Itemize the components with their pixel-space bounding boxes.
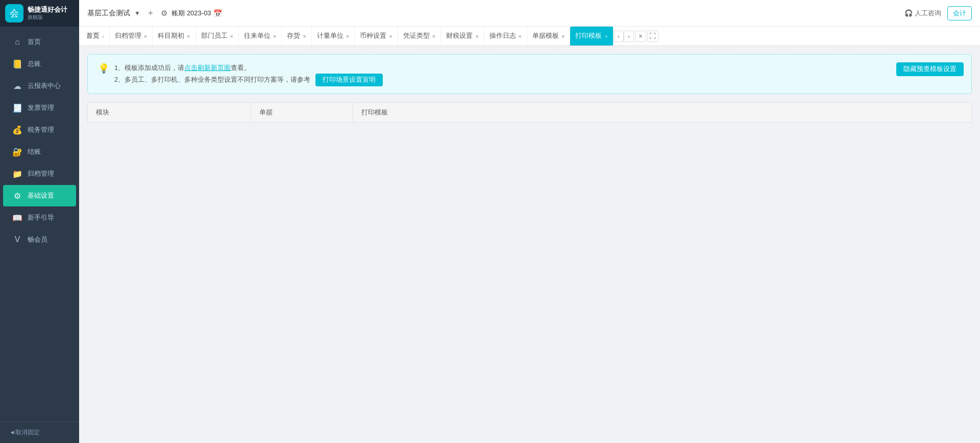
tab-danjutemplate[interactable]: 单据模板× — [527, 27, 570, 46]
tab-close-archive[interactable]: × — [144, 33, 147, 39]
nav-label-home: 首页 — [28, 37, 41, 46]
nav-icon-settings: ⚙ — [12, 191, 22, 201]
tab-label-unit: 计量单位 — [317, 32, 344, 40]
refresh-link[interactable]: 点击刷新新页面 — [184, 64, 231, 72]
tab-oplog[interactable]: 操作日志× — [484, 27, 527, 46]
logo-icon: 会 — [5, 4, 23, 22]
settings-icon[interactable]: ⚙ — [161, 9, 167, 18]
customer-service-button[interactable]: 🎧 人工咨询 — [904, 9, 941, 18]
nav-label-guide: 新手引导 — [28, 213, 54, 222]
tab-close-oplog[interactable]: × — [519, 33, 522, 39]
nav-label-reports: 云报表中心 — [28, 81, 61, 90]
tab-label-department: 部门员工 — [201, 32, 228, 40]
tab-home[interactable]: 首页‹ — [81, 27, 110, 46]
sidebar-item-invoice[interactable]: 🧾 发票管理 — [3, 97, 76, 119]
nav-label-tax: 税务管理 — [28, 125, 54, 134]
nav-label-ledger: 总账 — [28, 59, 41, 68]
header-left: 基层工会测试 ▼ ＋ ⚙ 账期 2023-03 📅 — [87, 7, 222, 19]
tab-close-inventory[interactable]: × — [303, 33, 306, 39]
content-area: 隐藏预查模板设置 💡 1、模板添加成功后，请点击刷新新页面查看。 2、多员工、多… — [79, 46, 980, 443]
tab-label-archive: 归档管理 — [115, 32, 141, 40]
nav-icon-tax: 💰 — [12, 125, 22, 135]
table-col-danju: 单据 — [251, 103, 353, 122]
sidebar: 会 畅捷通好会计 旗舰版 ⌂ 首页 📒 总账 ☁ 云报表中心 🧾 发票管理 💰 … — [0, 0, 79, 443]
add-tab-button[interactable]: ＋ — [144, 7, 157, 19]
tab-label-subject: 科目期初 — [158, 32, 184, 40]
sidebar-item-settings[interactable]: ⚙ 基础设置 — [3, 185, 76, 206]
tab-inventory[interactable]: 存货× — [282, 27, 311, 46]
main-area: 基层工会测试 ▼ ＋ ⚙ 账期 2023-03 📅 🎧 人工咨询 会计 首页‹归… — [79, 0, 980, 443]
nav-icon-invoice: 🧾 — [12, 103, 22, 113]
period-label: 账期 2023-03 📅 — [172, 9, 222, 18]
tab-close-currency[interactable]: × — [389, 33, 392, 39]
sidebar-item-closing[interactable]: 🔐 结账 — [3, 141, 76, 162]
tab-printtemplate[interactable]: 打印模板× — [570, 27, 613, 46]
tab-close-danjutemplate[interactable]: × — [561, 33, 565, 39]
table-col-template: 打印模板 — [353, 103, 971, 122]
nav-icon-reports: ☁ — [12, 81, 22, 91]
nav-icon-guide: 📖 — [12, 213, 22, 223]
nav-label-member: 畅会员 — [28, 235, 47, 244]
notice-line1: 1、模板添加成功后，请点击刷新新页面查看。 — [114, 62, 383, 74]
tab-label-danjutemplate: 单据模板 — [532, 32, 559, 40]
tab-next-button[interactable]: › — [624, 31, 634, 42]
tab-close-all-button[interactable]: × — [635, 31, 646, 42]
sidebar-item-archive[interactable]: 📁 归档管理 — [3, 163, 76, 184]
tab-archive[interactable]: 归档管理× — [110, 27, 153, 46]
company-name: 基层工会测试 — [87, 9, 130, 18]
nav-label-closing: 结账 — [28, 147, 41, 156]
tab-label-currency: 币种设置 — [360, 32, 386, 40]
sidebar-logo: 会 畅捷通好会计 旗舰版 — [0, 0, 79, 27]
table-col-module: 模块 — [88, 103, 251, 122]
tab-expand-button[interactable]: ⛶ — [647, 31, 658, 42]
nav-icon-ledger: 📒 — [12, 59, 22, 69]
nav-icon-closing: 🔐 — [12, 147, 22, 157]
sidebar-item-reports[interactable]: ☁ 云报表中心 — [3, 75, 76, 97]
sidebar-item-guide[interactable]: 📖 新手引导 — [3, 207, 76, 228]
notice-bulb-icon: 💡 — [98, 63, 109, 74]
sidebar-item-ledger[interactable]: 📒 总账 — [3, 53, 76, 75]
tab-close-department[interactable]: × — [230, 33, 233, 39]
notice-row: 💡 1、模板添加成功后，请点击刷新新页面查看。 2、多员工、多打印机、多种业务类… — [98, 62, 961, 86]
headset-icon: 🎧 — [904, 9, 913, 17]
sidebar-unpin[interactable]: ◄取消固定 — [0, 422, 79, 443]
tab-close-subject[interactable]: × — [187, 33, 190, 39]
tab-subject[interactable]: 科目期初× — [153, 27, 195, 46]
calendar-icon[interactable]: 📅 — [213, 9, 222, 17]
tab-supplier[interactable]: 往来单位× — [239, 27, 282, 46]
tab-voucher[interactable]: 凭证类型× — [398, 27, 441, 46]
table-header: 模块单据打印模板 — [87, 102, 972, 123]
header-right: 🎧 人工咨询 会计 — [904, 6, 972, 20]
tab-label-oplog: 操作日志 — [489, 32, 516, 40]
tab-label-inventory: 存货 — [287, 32, 300, 40]
hide-preview-button[interactable]: 隐藏预查模板设置 — [896, 62, 964, 76]
sidebar-nav: ⌂ 首页 📒 总账 ☁ 云报表中心 🧾 发票管理 💰 税务管理 🔐 结账 📁 归… — [0, 27, 79, 422]
company-dropdown-arrow[interactable]: ▼ — [134, 10, 140, 17]
sidebar-item-member[interactable]: V 畅会员 — [3, 229, 76, 250]
tab-bar: 首页‹归档管理×科目期初×部门员工×往来单位×存货×计量单位×币种设置×凭证类型… — [79, 27, 980, 46]
content-wrapper: 隐藏预查模板设置 💡 1、模板添加成功后，请点击刷新新页面查看。 2、多员工、多… — [87, 54, 972, 123]
tab-label-voucher: 凭证类型 — [403, 32, 430, 40]
tab-department[interactable]: 部门员工× — [196, 27, 239, 46]
tab-label-printtemplate: 打印模板 — [575, 32, 602, 40]
sidebar-item-tax[interactable]: 💰 税务管理 — [3, 119, 76, 141]
period-value: 2023-03 — [187, 9, 211, 17]
tab-close-supplier[interactable]: × — [273, 33, 276, 39]
tab-close-unit[interactable]: × — [346, 33, 349, 39]
tab-unit[interactable]: 计量单位× — [312, 27, 355, 46]
top-header: 基层工会测试 ▼ ＋ ⚙ 账期 2023-03 📅 🎧 人工咨询 会计 — [79, 0, 980, 27]
notice-text: 1、模板添加成功后，请点击刷新新页面查看。 2、多员工、多打印机、多种业务类型设… — [114, 62, 383, 86]
kuaiji-button[interactable]: 会计 — [947, 6, 972, 20]
tab-close-voucher[interactable]: × — [432, 33, 435, 39]
tab-currency[interactable]: 币种设置× — [355, 27, 398, 46]
tab-arrow-home: ‹ — [102, 33, 104, 39]
tab-prev-button[interactable]: ‹ — [614, 31, 624, 42]
tab-close-printtemplate[interactable]: × — [604, 33, 607, 39]
logo-title: 畅捷通好会计 — [28, 6, 67, 14]
logo-text: 畅捷通好会计 旗舰版 — [28, 6, 67, 21]
tab-taxsettings[interactable]: 财税设置× — [441, 27, 484, 46]
tab-close-taxsettings[interactable]: × — [475, 33, 478, 39]
sidebar-item-home[interactable]: ⌂ 首页 — [3, 31, 76, 53]
tab-label-home: 首页 — [86, 32, 100, 40]
print-scene-button[interactable]: 打印场景设置宣明 — [315, 74, 383, 86]
